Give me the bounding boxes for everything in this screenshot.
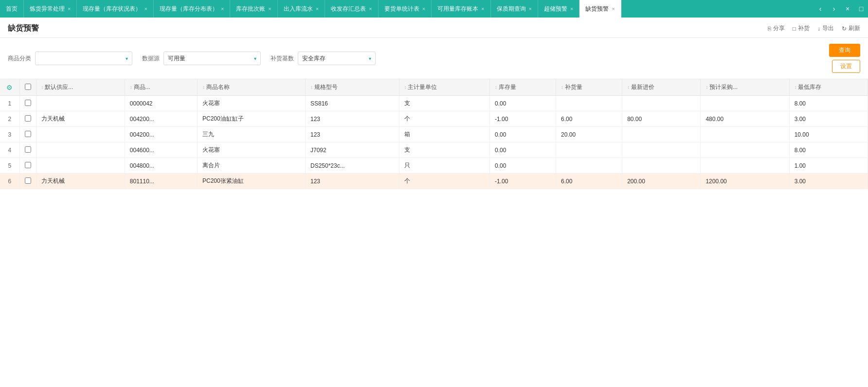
row-code: 0000042	[125, 96, 197, 111]
row-latest-price	[622, 96, 701, 111]
col-replenish[interactable]: 补货量	[556, 79, 622, 96]
table-header-row: ⚙ 默认供应... 商品... 商品名称 规格型号	[0, 79, 868, 96]
tab-maximize-button[interactable]: □	[854, 0, 868, 18]
refresh-button[interactable]: ↻ 刷新	[842, 24, 860, 33]
row-supplier	[36, 127, 125, 142]
header-actions: ⎘ 分享 □ 补货 ↓ 导出 ↻ 刷新	[768, 24, 860, 33]
settings-button[interactable]: 设置	[832, 60, 860, 73]
col-settings[interactable]: ⚙	[0, 79, 19, 96]
row-estimated-purchase: 1200.00	[701, 174, 789, 189]
category-select[interactable]: ▾	[35, 52, 132, 65]
tab-shortage-close[interactable]: ×	[612, 6, 615, 12]
tab-batch-label: 库存批次账	[236, 5, 265, 13]
row-latest-price	[622, 142, 701, 158]
tab-inventory-dist[interactable]: 现存量（库存分布表） ×	[154, 0, 230, 18]
row-checkbox-cell	[19, 158, 36, 174]
col-unit[interactable]: 主计量单位	[399, 79, 489, 96]
tab-batch[interactable]: 库存批次账 ×	[230, 0, 277, 18]
tab-inventory-status-close[interactable]: ×	[144, 6, 147, 12]
row-min-stock: 8.00	[789, 96, 868, 111]
row-num: 5	[0, 158, 19, 174]
table-row: 3 004200... 三九 123 箱 0.00 20.00 10.00	[0, 127, 868, 142]
row-code: 004200...	[125, 111, 197, 127]
tab-reqstat[interactable]: 要货单统计表 ×	[379, 0, 432, 18]
tab-inout[interactable]: 出入库流水 ×	[278, 0, 325, 18]
row-spec: 123	[305, 111, 399, 127]
tab-prev-button[interactable]: ‹	[814, 0, 827, 18]
query-button[interactable]: 查询	[829, 44, 860, 57]
row-latest-price	[622, 158, 701, 174]
col-min-stock[interactable]: 最低库存	[789, 79, 868, 96]
tab-expiry[interactable]: 保质期查询 ×	[491, 0, 538, 18]
row-checkbox[interactable]	[25, 115, 31, 122]
tab-next-button[interactable]: ›	[827, 0, 841, 18]
tab-batch-close[interactable]: ×	[268, 6, 271, 12]
row-replenish	[556, 158, 622, 174]
row-name: 火花塞	[197, 96, 305, 111]
row-stock: -1.00	[490, 174, 556, 189]
replenish-base-select[interactable]: 安全库存 ▾	[298, 52, 376, 65]
table-row: 2 力天机械 004200... PC200油缸缸子 123 个 -1.00 6…	[0, 111, 868, 127]
row-unit: 支	[399, 96, 489, 111]
tab-inventory-status-label: 现存量（库存状况表）	[83, 5, 141, 13]
select-all-checkbox[interactable]	[25, 84, 31, 90]
tab-inout-label: 出入库流水	[284, 5, 313, 13]
col-code[interactable]: 商品...	[125, 79, 197, 96]
row-estimated-purchase	[701, 142, 789, 158]
col-spec[interactable]: 规格型号	[305, 79, 399, 96]
col-estimated-purchase[interactable]: 预计采购...	[701, 79, 789, 96]
share-icon: ⎘	[768, 25, 771, 32]
row-name: PC200油缸缸子	[197, 111, 305, 127]
page-header: 缺货预警 ⎘ 分享 □ 补货 ↓ 导出 ↻ 刷新	[0, 18, 868, 38]
export-button[interactable]: ↓ 导出	[817, 24, 834, 33]
row-estimated-purchase: 480.00	[701, 111, 789, 127]
row-name: 离合片	[197, 158, 305, 174]
tab-homepage[interactable]: 首页	[0, 0, 24, 18]
main-content: 缺货预警 ⎘ 分享 □ 补货 ↓ 导出 ↻ 刷新 商品分类	[0, 18, 868, 387]
tab-inventory-dist-label: 现存量（库存分布表）	[160, 5, 218, 13]
row-supplier	[36, 96, 125, 111]
tab-overstock-close[interactable]: ×	[570, 6, 573, 12]
tab-abnormal[interactable]: 炼货异常处理 ×	[24, 0, 77, 18]
tab-abnormal-close[interactable]: ×	[68, 6, 71, 12]
tab-inventory-status[interactable]: 现存量（库存状况表） ×	[77, 0, 153, 18]
tab-bar: 首页 炼货异常处理 × 现存量（库存状况表） × 现存量（库存分布表） × 库存…	[0, 0, 868, 18]
gear-icon[interactable]: ⚙	[6, 84, 13, 91]
datasource-select[interactable]: 可用量 ▾	[163, 52, 261, 65]
category-filter-group: 商品分类 ▾	[8, 52, 132, 65]
row-supplier	[36, 142, 125, 158]
tab-summary-close[interactable]: ×	[369, 6, 372, 12]
col-name[interactable]: 商品名称	[197, 79, 305, 96]
tab-inventory-dist-close[interactable]: ×	[221, 6, 224, 12]
row-replenish	[556, 142, 622, 158]
col-supplier[interactable]: 默认供应...	[36, 79, 125, 96]
replenish-label: 补货	[798, 24, 810, 33]
col-stock[interactable]: 库存量	[490, 79, 556, 96]
tab-available-close[interactable]: ×	[481, 6, 484, 12]
tab-available[interactable]: 可用量库存账本 ×	[432, 0, 490, 18]
tab-shortage[interactable]: 缺货预警 ×	[579, 0, 621, 18]
row-checkbox[interactable]	[25, 146, 31, 153]
export-icon: ↓	[817, 25, 820, 32]
col-latest-price[interactable]: 最新进价	[622, 79, 701, 96]
row-checkbox[interactable]	[25, 177, 31, 184]
replenish-button[interactable]: □ 补货	[793, 24, 810, 33]
tab-close-all-button[interactable]: ×	[841, 0, 854, 18]
tab-summary[interactable]: 收发存汇总表 ×	[325, 0, 378, 18]
tab-reqstat-close[interactable]: ×	[422, 6, 425, 12]
row-code: 004600...	[125, 142, 197, 158]
row-spec: 123	[305, 174, 399, 189]
row-estimated-purchase	[701, 127, 789, 142]
datasource-label: 数据源	[142, 54, 160, 63]
row-checkbox[interactable]	[25, 162, 31, 168]
row-checkbox-cell	[19, 96, 36, 111]
row-estimated-purchase	[701, 158, 789, 174]
tab-expiry-close[interactable]: ×	[529, 6, 532, 12]
tab-inout-close[interactable]: ×	[316, 6, 319, 12]
row-unit: 个	[399, 111, 489, 127]
share-button[interactable]: ⎘ 分享	[768, 24, 785, 33]
row-checkbox[interactable]	[25, 100, 31, 106]
tab-overstock[interactable]: 超储预警 ×	[538, 0, 579, 18]
row-checkbox[interactable]	[25, 131, 31, 137]
row-supplier	[36, 158, 125, 174]
